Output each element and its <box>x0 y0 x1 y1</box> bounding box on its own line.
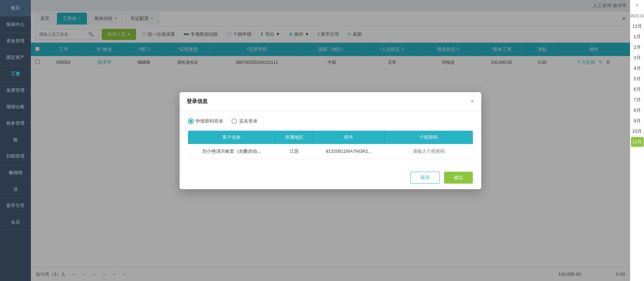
login-info-table: 客户名称 所属地区 税号 个税密码 刘小艳演示账套（勿删勿动... 江苏 913… <box>188 131 473 159</box>
dialog-cancel-button[interactable]: 取消 <box>410 172 440 184</box>
sidebar-item-accounts[interactable]: 账页 <box>0 0 31 16</box>
dialog-row-client-name: 刘小艳演示账套（勿删勿动... <box>188 144 275 159</box>
login-type-radio-group: 申报密码登录 实名登录 <box>188 118 473 124</box>
radio-password-label: 申报密码登录 <box>196 118 223 124</box>
dialog-row-tax-id: 91320811MA7NGR2... <box>313 144 385 159</box>
radio-password-circle <box>188 118 194 124</box>
sidebar-item-settings[interactable]: 设 <box>0 181 31 198</box>
month-item-4[interactable]: 4月 <box>631 63 644 73</box>
month-item-11[interactable]: 11月 <box>631 137 644 147</box>
month-item-2[interactable]: 2月 <box>631 42 644 52</box>
month-item-7[interactable]: 7月 <box>631 95 644 105</box>
radio-realname-circle <box>232 118 237 124</box>
sidebar: 账页 报表中心 资金管理 固定资产 工资 发票管理 报销台账 税务管理 账 归档… <box>0 0 31 281</box>
dialog-col-region: 所属地区 <box>275 131 313 144</box>
dialog-col-tax-id: 税号 <box>313 131 385 144</box>
radio-password-dot <box>189 120 192 123</box>
month-item-10[interactable]: 10月 <box>631 126 644 136</box>
month-item-9[interactable]: 9月 <box>631 116 644 126</box>
sidebar-item-funds[interactable]: 资金管理 <box>0 33 31 49</box>
dialog-footer: 取消 确定 <box>180 166 481 189</box>
month-item-3[interactable]: 3月 <box>631 53 644 63</box>
sidebar-item-member[interactable]: 会员 <box>0 214 31 231</box>
dialog-col-tax-password: 个税密码 <box>385 131 473 144</box>
sidebar-item-assets[interactable]: 固定资产 <box>0 49 31 66</box>
radio-password-login[interactable]: 申报密码登录 <box>188 118 223 124</box>
right-panel-close[interactable]: × <box>636 0 639 11</box>
month-item-5[interactable]: 5月 <box>631 74 644 84</box>
dialog-close-button[interactable]: × <box>470 98 474 105</box>
tax-password-input[interactable] <box>390 149 467 154</box>
sidebar-item-invoice[interactable]: 发票管理 <box>0 82 31 99</box>
month-item-6[interactable]: 6月 <box>631 84 644 94</box>
right-panel: × 2023.11 12月 1月 2月 3月 4月 5月 6月 7月 8月 9月… <box>630 0 644 281</box>
dialog-table-row: 刘小艳演示账套（勿删勿动... 江苏 91320811MA7NGR2... <box>188 144 473 159</box>
radio-realname-label: 实名登录 <box>239 118 257 124</box>
sidebar-item-salary[interactable]: 工资 <box>0 66 31 82</box>
month-item-1[interactable]: 1月 <box>631 32 644 42</box>
month-item-12[interactable]: 12月 <box>631 21 644 31</box>
dialog-body: 申报密码登录 实名登录 客户名称 所属地区 税号 个税密码 <box>180 111 481 166</box>
dialog-row-region: 江苏 <box>275 144 313 159</box>
sidebar-item-ledger[interactable]: 账 <box>0 132 31 148</box>
dialog-confirm-button[interactable]: 确定 <box>444 172 473 184</box>
sidebar-item-expense[interactable]: 畅报销 <box>0 165 31 181</box>
sidebar-item-reports[interactable]: 报表中心 <box>0 16 31 33</box>
radio-realname-login[interactable]: 实名登录 <box>232 118 257 124</box>
dialog-row-tax-password-cell <box>385 144 473 159</box>
login-dialog: 登录信息 × 申报密码登录 实名登录 <box>180 92 481 189</box>
sidebar-item-tax[interactable]: 税务管理 <box>0 115 31 132</box>
sidebar-item-reimbursement[interactable]: 报销台账 <box>0 99 31 115</box>
dialog-header: 登录信息 × <box>180 92 481 111</box>
dialog-title: 登录信息 <box>187 98 208 105</box>
modal-overlay: 登录信息 × 申报密码登录 实名登录 <box>31 0 630 281</box>
sidebar-item-archive[interactable]: 归档管理 <box>0 148 31 165</box>
dialog-col-client-name: 客户名称 <box>188 131 275 144</box>
right-panel-year: 2023.11 <box>630 11 644 21</box>
month-item-8[interactable]: 8月 <box>631 105 644 115</box>
sidebar-item-guide[interactable]: 新手引导 <box>0 198 31 214</box>
